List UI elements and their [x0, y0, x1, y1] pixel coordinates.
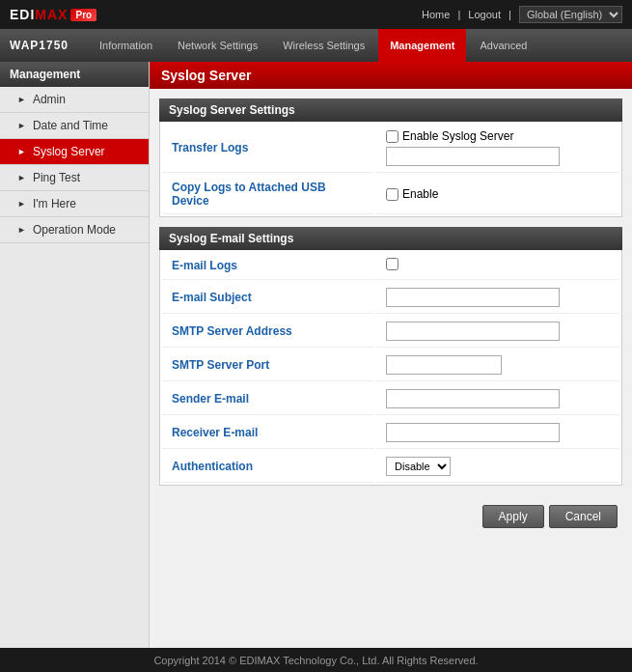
copy-logs-value: Enable	[376, 175, 619, 214]
tab-wireless-settings[interactable]: Wireless Settings	[271, 29, 376, 62]
table-row: E-mail Subject	[162, 282, 619, 314]
transfer-logs-label: Transfer Logs	[162, 124, 374, 173]
arrow-icon: ►	[17, 173, 26, 182]
email-subject-label: E-mail Subject	[162, 282, 374, 314]
logo-text: EDIMAX	[10, 7, 68, 22]
smtp-port-label: SMTP Server Port	[162, 350, 374, 381]
sidebar-item-imhere[interactable]: ► I'm Here	[0, 191, 149, 217]
sep1: |	[457, 9, 463, 20]
receiver-email-input[interactable]	[386, 423, 560, 442]
device-label: WAP1750	[10, 39, 69, 52]
sidebar-item-ping-label: Ping Test	[33, 171, 80, 184]
email-settings-title: Syslog E-mail Settings	[159, 227, 622, 250]
footer-text: Copyright 2014 © EDIMAX Technology Co., …	[153, 655, 478, 666]
receiver-email-label: Receiver E-mail	[162, 417, 374, 449]
enable-usb-checkbox[interactable]	[386, 188, 398, 201]
table-row: Copy Logs to Attached USB Device Enable	[162, 175, 619, 214]
table-row: E-mail Logs	[162, 252, 619, 280]
table-row: Authentication Disable Enable	[162, 451, 619, 483]
table-row: Sender E-mail	[162, 383, 619, 415]
language-select[interactable]: Global (English)	[519, 6, 622, 23]
email-logs-value	[376, 252, 619, 280]
nav-bar: WAP1750 Information Network Settings Wir…	[0, 29, 632, 62]
arrow-icon: ►	[17, 121, 26, 130]
table-row: Receiver E-mail	[162, 417, 619, 449]
logo-area: EDIMAX Pro	[10, 7, 96, 22]
email-subject-input[interactable]	[386, 288, 560, 307]
tab-management[interactable]: Management	[378, 29, 466, 62]
content-area: Syslog Server Syslog Server Settings Tra…	[150, 62, 632, 648]
nav-tabs: Information Network Settings Wireless Se…	[88, 29, 538, 62]
sidebar: Management ► Admin ► Date and Time ► Sys…	[0, 62, 150, 648]
arrow-icon: ►	[17, 199, 26, 209]
home-link[interactable]: Home	[422, 9, 450, 20]
sidebar-item-opmode[interactable]: ► Operation Mode	[0, 217, 149, 243]
smtp-port-input[interactable]	[386, 355, 502, 375]
syslog-server-input[interactable]	[386, 147, 560, 166]
authentication-select[interactable]: Disable Enable	[386, 457, 451, 476]
sep2: |	[508, 9, 514, 20]
smtp-address-value	[376, 316, 619, 348]
content-body: Syslog Server Settings Transfer Logs Ena…	[150, 89, 632, 547]
sidebar-item-syslog-label: Syslog Server	[33, 145, 105, 158]
main-layout: Management ► Admin ► Date and Time ► Sys…	[0, 62, 632, 648]
sidebar-item-opmode-label: Operation Mode	[33, 223, 116, 237]
table-row: Transfer Logs Enable Syslog Server	[162, 124, 619, 173]
sidebar-header: Management	[0, 62, 149, 87]
logout-link[interactable]: Logout	[468, 9, 501, 20]
sender-email-input[interactable]	[386, 389, 560, 408]
apply-button[interactable]: Apply	[482, 505, 544, 528]
tab-network-settings[interactable]: Network Settings	[166, 29, 269, 62]
sidebar-item-admin[interactable]: ► Admin	[0, 87, 149, 113]
footer: Copyright 2014 © EDIMAX Technology Co., …	[0, 648, 632, 672]
logo-pro: Pro	[70, 9, 96, 21]
smtp-address-label: SMTP Server Address	[162, 316, 374, 348]
sidebar-item-date-time[interactable]: ► Date and Time	[0, 113, 149, 139]
tab-information[interactable]: Information	[88, 29, 164, 62]
enable-syslog-checkbox[interactable]	[386, 130, 398, 143]
sidebar-item-admin-label: Admin	[33, 93, 66, 106]
top-links: Home | Logout | Global (English)	[422, 6, 622, 23]
table-row: SMTP Server Port	[162, 350, 619, 381]
page-title: Syslog Server	[150, 62, 632, 89]
email-logs-checkbox[interactable]	[386, 258, 398, 270]
tab-advanced[interactable]: Advanced	[468, 29, 538, 62]
receiver-email-value	[376, 417, 619, 449]
enable-syslog-label: Enable Syslog Server	[402, 129, 513, 143]
email-logs-label: E-mail Logs	[162, 252, 374, 280]
enable-usb-label: Enable	[402, 187, 438, 201]
arrow-icon: ►	[17, 147, 26, 156]
smtp-port-value	[376, 350, 619, 381]
enable-syslog-container: Enable Syslog Server	[386, 129, 610, 143]
table-row: SMTP Server Address	[162, 316, 619, 348]
sender-email-label: Sender E-mail	[162, 383, 374, 415]
smtp-address-input[interactable]	[386, 322, 560, 341]
cancel-button[interactable]: Cancel	[549, 505, 618, 528]
copy-logs-label: Copy Logs to Attached USB Device	[162, 175, 374, 214]
email-settings-table: E-mail Logs E-mail Subject SMTP Server A…	[159, 250, 622, 486]
sidebar-item-date-label: Date and Time	[33, 119, 108, 132]
arrow-icon: ►	[17, 95, 26, 104]
enable-usb-container: Enable	[386, 187, 610, 201]
transfer-logs-value: Enable Syslog Server	[376, 124, 619, 173]
authentication-label: Authentication	[162, 451, 374, 483]
top-bar: EDIMAX Pro Home | Logout | Global (Engli…	[0, 0, 632, 29]
sidebar-item-imhere-label: I'm Here	[33, 197, 76, 210]
authentication-value: Disable Enable	[376, 451, 619, 483]
button-row: Apply Cancel	[159, 495, 622, 538]
sidebar-item-ping[interactable]: ► Ping Test	[0, 165, 149, 191]
sidebar-item-syslog[interactable]: ► Syslog Server	[0, 139, 149, 165]
syslog-settings-table: Transfer Logs Enable Syslog Server Copy …	[159, 122, 622, 217]
syslog-settings-title: Syslog Server Settings	[159, 98, 622, 122]
arrow-icon: ►	[17, 225, 26, 235]
email-subject-value	[376, 282, 619, 314]
sender-email-value	[376, 383, 619, 415]
